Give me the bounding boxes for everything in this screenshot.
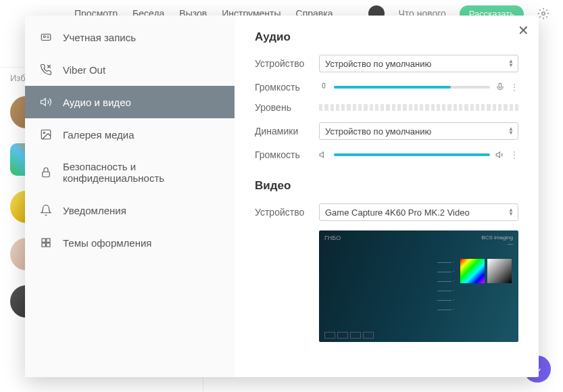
speakers-label: Динамики <box>255 126 319 137</box>
image-icon <box>40 128 52 141</box>
settings-sidebar: Учетная запись Viber Out Аудио и видео Г… <box>25 16 235 377</box>
mic-device-value: Устройство по умолчанию <box>325 59 431 69</box>
video-device-value: Game Capture 4K60 Pro MK.2 Video <box>325 207 470 218</box>
mic-level-meter <box>319 104 518 111</box>
lock-icon <box>40 166 52 178</box>
sidebar-item-security[interactable]: Безопасность и конфиденциальность <box>25 151 235 194</box>
close-button[interactable]: ✕ <box>518 22 529 39</box>
sidebar-item-label: Галерея медиа <box>63 129 134 141</box>
sidebar-item-media-gallery[interactable]: Галерея медиа <box>25 118 235 151</box>
svg-rect-8 <box>43 172 50 177</box>
sidebar-item-label: Уведомления <box>63 205 126 216</box>
svg-rect-1 <box>41 34 51 41</box>
mic-low-icon <box>319 82 328 92</box>
mic-device-select[interactable]: Устройство по умолчанию ▲▼ <box>319 55 518 72</box>
speaker-device-value: Устройство по умолчанию <box>325 126 431 137</box>
speaker-icon <box>40 96 52 108</box>
settings-content: ✕ Аудио Устройство Устройство по умолчан… <box>235 16 539 377</box>
more-icon[interactable]: ⋮ <box>510 152 518 157</box>
sidebar-item-label: Аудио и видео <box>63 97 131 108</box>
phone-out-icon <box>40 64 52 76</box>
speaker-volume-label: Громкость <box>255 149 319 160</box>
video-section-title: Видео <box>255 179 518 193</box>
sidebar-item-account[interactable]: Учетная запись <box>25 21 235 53</box>
mic-high-icon <box>495 82 505 92</box>
svg-rect-12 <box>47 243 50 247</box>
sidebar-item-viber-out[interactable]: Viber Out <box>25 53 235 86</box>
speaker-volume-slider[interactable] <box>334 153 490 156</box>
video-device-select[interactable]: Game Capture 4K60 Pro MK.2 Video ▲▼ <box>319 203 518 221</box>
svg-rect-10 <box>47 239 50 242</box>
volume-high-icon <box>495 150 505 160</box>
audio-section-title: Аудио <box>255 30 518 44</box>
gear-icon[interactable] <box>537 7 549 20</box>
chevron-updown-icon: ▲▼ <box>508 59 514 68</box>
settings-modal: Учетная запись Viber Out Аудио и видео Г… <box>25 16 539 377</box>
mic-device-label: Устройство <box>255 58 319 69</box>
sidebar-item-label: Учетная запись <box>63 32 136 43</box>
speaker-device-select[interactable]: Устройство по умолчанию ▲▼ <box>319 122 518 140</box>
svg-rect-9 <box>42 239 45 242</box>
svg-point-7 <box>43 132 45 133</box>
sidebar-item-notifications[interactable]: Уведомления <box>25 194 235 226</box>
chevron-updown-icon: ▲▼ <box>508 127 514 135</box>
svg-marker-14 <box>496 152 499 157</box>
sidebar-item-label: Темы оформления <box>63 237 151 249</box>
svg-rect-11 <box>42 243 45 247</box>
video-preview: ГНБО BCS imaging— ——— ·——— ·——— ·——— ·——… <box>319 230 518 342</box>
volume-low-icon <box>319 150 328 160</box>
svg-marker-5 <box>41 99 46 106</box>
mic-volume-slider[interactable] <box>334 86 490 89</box>
more-icon[interactable]: ⋮ <box>510 84 518 90</box>
svg-marker-13 <box>320 152 323 157</box>
id-card-icon <box>40 31 52 43</box>
sidebar-item-themes[interactable]: Темы оформления <box>25 226 235 259</box>
video-device-label: Устройство <box>255 207 319 218</box>
chevron-updown-icon: ▲▼ <box>508 208 514 216</box>
sidebar-item-audio-video[interactable]: Аудио и видео <box>25 86 235 118</box>
sidebar-item-label: Безопасность и конфиденциальность <box>63 161 220 184</box>
palette-icon <box>40 237 52 249</box>
svg-point-0 <box>542 12 545 16</box>
level-label: Уровень <box>255 102 319 113</box>
sidebar-item-label: Viber Out <box>63 64 105 76</box>
svg-point-2 <box>43 36 45 38</box>
bell-icon <box>40 204 52 216</box>
mic-volume-label: Громкость <box>255 82 319 93</box>
